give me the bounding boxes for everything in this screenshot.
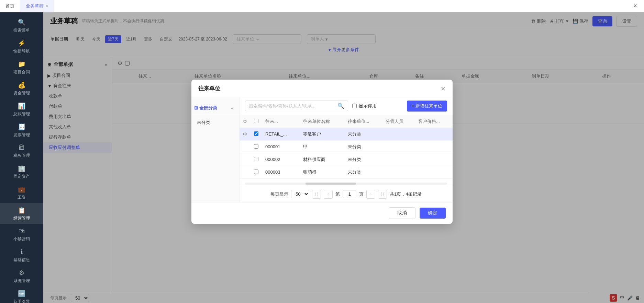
modal-select-all[interactable] [254,119,258,123]
sidebar-item-basic-info[interactable]: ℹ 基础信息 [0,245,43,266]
row-checkbox-2[interactable] [254,144,258,149]
biz-mgmt-icon: 📋 [18,207,25,214]
sidebar-label-small-shop: 小畅营销 [13,236,30,242]
invoice-mgmt-icon: 🧾 [18,123,25,131]
modal-dialog: 往来单位 ✕ ⊞ 全部分类 « 未分类 🔍 显 [191,80,453,224]
modal-page-input[interactable] [343,190,356,198]
sidebar-label-quick-nav: 快捷导航 [13,48,30,54]
row-price-3 [415,153,453,166]
new-guide-icon: 🆕 [18,290,25,298]
row-settings-4 [240,166,251,178]
sidebar-label-fixed-assets: 固定资产 [13,174,30,179]
modal-total: 共1页，4条记录 [390,191,421,197]
row-checkbox-3[interactable] [254,157,258,161]
row-manager-2 [382,140,415,153]
row-category-2: 未分类 [344,140,382,153]
search-menu-icon: 🔍 [18,19,25,26]
modal-main: 🔍 显示停用 + 新增往来单位 ⚙ 往来... 往来单位名称 [240,97,453,202]
tab-home[interactable]: 首页 [0,0,20,12]
account-mgmt-icon: 📊 [18,102,25,110]
modal-close-icon[interactable]: ✕ [441,85,446,93]
page-last-btn[interactable]: ⟩⟩ [378,190,387,199]
tab-close-icon[interactable]: × [46,4,48,9]
sidebar-label-search-menu: 搜索菜单 [13,27,30,33]
top-bar: 首页 业务草稿 × × [0,0,644,12]
cancel-button[interactable]: 取消 [389,207,415,219]
fixed-assets-icon: 🏢 [18,165,25,172]
confirm-button[interactable]: 确定 [420,208,446,219]
modal-scrollbar[interactable] [245,183,447,185]
table-row[interactable]: 000003 张萌得 未分类 [240,166,453,178]
sys-mgmt-icon: ⚙ [19,269,24,277]
modal-footer: 取消 确定 [191,202,453,224]
sidebar-item-biz-mgmt[interactable]: 📋 经营管理 [0,203,43,224]
search-icon: 🔍 [337,103,344,109]
sidebar-item-new-guide[interactable]: 🆕 新手引导 [0,287,43,303]
small-shop-icon: 🛍 [19,228,25,235]
row-checkbox [251,128,262,140]
sidebar: 🔍 搜索菜单 ⚡ 快捷导航 📁 项目合同 💰 资金管理 📊 总账管理 🧾 发票管… [0,12,43,303]
sidebar-item-small-shop[interactable]: 🛍 小畅营销 [0,224,43,245]
sidebar-item-account-mgmt[interactable]: 📊 总账管理 [0,99,43,120]
row-checkbox-1[interactable] [254,131,258,136]
row-category-1: 未分类 [344,128,382,140]
modal-scrollbar-thumb[interactable] [306,183,356,185]
modal-col-category: 往来单位... [344,115,382,128]
sidebar-item-invoice-mgmt[interactable]: 🧾 发票管理 [0,120,43,141]
row-code-2: 000001 [262,140,300,153]
modal-search-input[interactable]: 🔍 [245,101,348,111]
modal-page-suffix: 页 [359,191,364,197]
sidebar-item-sys-mgmt[interactable]: ⚙ 系统管理 [0,266,43,287]
row-name-3: 材料供应商 [300,153,344,166]
modal-table-wrap: ⚙ 往来... 往来单位名称 往来单位... 分管人员 客户价格... ⚙ [240,115,453,181]
row-settings: ⚙ [240,128,251,140]
sidebar-item-project-contract[interactable]: 📁 项目合同 [0,57,43,78]
modal-col-price: 客户价格... [415,115,453,128]
modal-per-page-select[interactable]: 50 [291,190,309,198]
modal-col-checkbox [251,115,262,128]
row-checkbox-4-wrap [251,166,262,178]
row-checkbox-4[interactable] [254,170,258,174]
modal-col-code: 往来... [262,115,300,128]
window-close-icon[interactable]: × [631,2,640,10]
sidebar-label-account-mgmt: 总账管理 [13,111,30,117]
sidebar-label-tax-mgmt: 税务管理 [13,153,30,159]
row-manager-3 [382,153,415,166]
sidebar-item-tax-mgmt[interactable]: 🏛 税务管理 [0,141,43,161]
sidebar-item-search-menu[interactable]: 🔍 搜索菜单 [0,15,43,36]
project-contract-icon: 📁 [18,60,25,68]
modal-sidebar-item-uncategorized[interactable]: 未分类 [191,117,239,128]
table-row[interactable]: 000001 甲 未分类 [240,140,453,153]
row-manager-1 [382,128,415,140]
sidebar-item-fixed-assets[interactable]: 🏢 固定资产 [0,161,43,182]
table-row[interactable]: 000002 材料供应商 未分类 [240,153,453,166]
page-prev-btn[interactable]: ‹ [324,190,333,199]
salary-icon: 💼 [18,186,25,193]
sidebar-item-quick-nav[interactable]: ⚡ 快捷导航 [0,36,43,57]
row-settings-2 [240,140,251,153]
page-first-btn[interactable]: ⟨⟨ [312,190,321,199]
modal-sidebar: ⊞ 全部分类 « 未分类 [191,97,240,202]
modal-per-page-label: 每页显示 [270,191,288,197]
sidebar-label-project-contract: 项目合同 [13,69,30,75]
show-inactive-checkbox[interactable] [352,104,357,108]
sidebar-item-fund-mgmt[interactable]: 💰 资金管理 [0,78,43,99]
sidebar-item-salary[interactable]: 💼 工资 [0,182,43,203]
sidebar-label-new-guide: 新手引导 [13,299,30,303]
search-text-field[interactable] [249,103,335,108]
modal-col-settings: ⚙ [240,115,251,128]
tab-active[interactable]: 业务草稿 × [20,0,54,12]
row-price-1 [415,128,453,140]
show-inactive-text: 显示停用 [359,103,377,109]
add-partner-button[interactable]: + 新增往来单位 [407,101,447,112]
modal-scrollbar-wrap [240,181,453,186]
tax-mgmt-icon: 🏛 [19,144,25,151]
page-next-btn[interactable]: › [366,190,375,199]
modal-header: 往来单位 ✕ [191,80,453,97]
modal-collapse-btn[interactable]: « [228,103,236,114]
sidebar-label-salary: 工资 [18,195,26,200]
row-name-2: 甲 [300,140,344,153]
sidebar-label-sys-mgmt: 系统管理 [13,278,30,284]
show-inactive-label[interactable]: 显示停用 [352,103,377,109]
table-row[interactable]: ⚙ RETAIL_... 零散客户 未分类 [240,128,453,140]
